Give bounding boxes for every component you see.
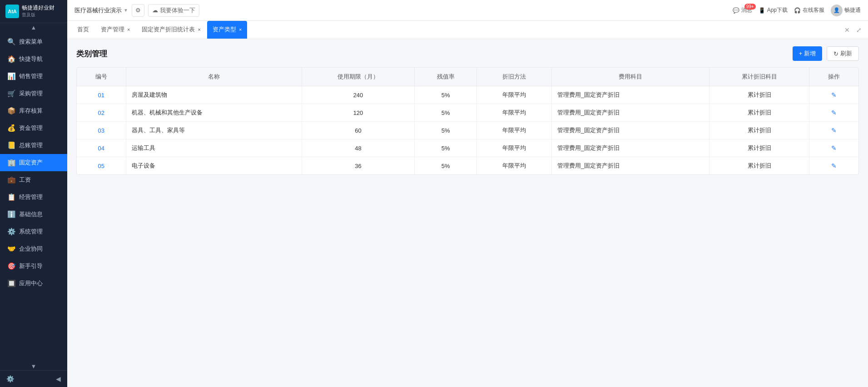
- col-name: 名称: [126, 68, 302, 86]
- sidebar-label-quicknav: 快捷导航: [19, 55, 43, 63]
- tab-home[interactable]: 首页: [72, 21, 94, 39]
- sidebar-label-system: 系统管理: [19, 228, 43, 236]
- sidebar: AtA 畅捷通好业财 普及版 ▲ 🔍 搜索菜单 🏠 快捷导航 📊 销售管理 🛒 …: [0, 0, 67, 387]
- cell-code-0: 01: [77, 86, 126, 104]
- main-area: 医疗器械行业演示 ▼ ⚙ ☁ 我要体验一下 💬 消息 99+ 📱 App下载 🎧…: [67, 0, 868, 387]
- cell-name-0: 房屋及建筑物: [126, 86, 302, 104]
- edit-icon-3[interactable]: ✎: [831, 144, 837, 152]
- app-download-action[interactable]: 📱 App下载: [759, 6, 788, 14]
- cell-name-2: 器具、工具、家具等: [126, 122, 302, 139]
- edit-icon-2[interactable]: ✎: [831, 127, 837, 134]
- cell-method-4: 年限平均: [477, 157, 552, 175]
- user-action[interactable]: 👤 畅捷通: [831, 5, 861, 16]
- sidebar-item-fixed[interactable]: 🏢 固定资产: [0, 154, 67, 171]
- support-action[interactable]: 🎧 在线客服: [794, 6, 824, 14]
- sidebar-item-ops[interactable]: 📋 经营管理: [0, 189, 67, 206]
- table-row: 01 房屋及建筑物 240 5% 年限平均 管理费用_固定资产折旧 累计折旧 ✎: [77, 86, 858, 104]
- cell-name-3: 运输工具: [126, 139, 302, 157]
- edit-icon-1[interactable]: ✎: [831, 109, 837, 116]
- message-icon: 💬: [733, 7, 739, 14]
- cell-residual-0: 5%: [415, 86, 477, 104]
- cell-action-3[interactable]: ✎: [809, 139, 858, 157]
- sidebar-item-inventory[interactable]: 📦 库存核算: [0, 102, 67, 119]
- close-window-icon[interactable]: ✕: [843, 25, 852, 35]
- sidebar-icon-payroll: 💼: [7, 176, 15, 184]
- sidebar-icon-collab: 🤝: [7, 245, 15, 253]
- tab-depreciation[interactable]: 固定资产折旧统计表 ×: [136, 21, 206, 39]
- cell-action-4[interactable]: ✎: [809, 157, 858, 175]
- settings-icon[interactable]: ⚙️: [6, 375, 14, 382]
- sidebar-label-sales: 销售管理: [19, 72, 43, 80]
- sidebar-item-collab[interactable]: 🤝 企业协同: [0, 240, 67, 258]
- cell-action-2[interactable]: ✎: [809, 122, 858, 139]
- cell-name-4: 电子设备: [126, 157, 302, 175]
- cell-name-1: 机器、机械和其他生产设备: [126, 104, 302, 122]
- sidebar-item-purchase[interactable]: 🛒 采购管理: [0, 85, 67, 102]
- sidebar-label-payroll: 工资: [19, 176, 31, 184]
- sidebar-icon-inventory: 📦: [7, 107, 15, 115]
- sidebar-icon-purchase: 🛒: [7, 89, 15, 98]
- cell-period-2: 60: [302, 122, 414, 139]
- cell-action-0[interactable]: ✎: [809, 86, 858, 104]
- table-row: 04 运输工具 48 5% 年限平均 管理费用_固定资产折旧 累计折旧 ✎: [77, 139, 858, 157]
- cell-code-1: 02: [77, 104, 126, 122]
- close-depreciation-icon[interactable]: ×: [198, 27, 200, 32]
- cell-residual-1: 5%: [415, 104, 477, 122]
- close-asset-mgmt-icon[interactable]: ×: [127, 27, 130, 32]
- sidebar-icon-sales: 📊: [7, 72, 15, 80]
- avatar: 👤: [831, 5, 843, 16]
- sidebar-item-ledger[interactable]: 📒 总账管理: [0, 137, 67, 154]
- cell-residual-2: 5%: [415, 122, 477, 139]
- logo-icon: AtA: [5, 5, 19, 18]
- edit-icon-4[interactable]: ✎: [831, 162, 837, 169]
- cell-accumulated-3: 累计折旧: [709, 139, 809, 157]
- tab-asset-type[interactable]: 资产类型 ×: [207, 21, 247, 39]
- sidebar-label-inventory: 库存核算: [19, 107, 43, 115]
- cell-code-3: 04: [77, 139, 126, 157]
- gear-button[interactable]: ⚙: [132, 4, 144, 17]
- close-asset-type-icon[interactable]: ×: [239, 27, 242, 32]
- sidebar-item-system[interactable]: ⚙️ 系统管理: [0, 223, 67, 240]
- sidebar-nav: 🔍 搜索菜单 🏠 快捷导航 📊 销售管理 🛒 采购管理 📦 库存核算 💰 资金管…: [0, 31, 67, 362]
- cell-expense-2: 管理费用_固定资产折旧: [551, 122, 709, 139]
- headset-icon: 🎧: [794, 7, 801, 14]
- scroll-down-arrow[interactable]: ▼: [0, 362, 67, 370]
- refresh-button[interactable]: ↻ 刷新: [827, 46, 859, 61]
- topbar: 医疗器械行业演示 ▼ ⚙ ☁ 我要体验一下 💬 消息 99+ 📱 App下载 🎧…: [67, 0, 868, 21]
- sidebar-item-guide[interactable]: 🎯 新手引导: [0, 258, 67, 275]
- cell-expense-1: 管理费用_固定资产折旧: [551, 104, 709, 122]
- logo-version: 普及版: [22, 12, 55, 18]
- sidebar-icon-basic: ℹ️: [7, 210, 15, 218]
- sidebar-item-quicknav[interactable]: 🏠 快捷导航: [0, 50, 67, 68]
- sidebar-item-payroll[interactable]: 💼 工资: [0, 171, 67, 189]
- sidebar-label-fixed: 固定资产: [19, 159, 43, 167]
- table-row: 05 电子设备 36 5% 年限平均 管理费用_固定资产折旧 累计折旧 ✎: [77, 157, 858, 175]
- scroll-up-arrow[interactable]: ▲: [0, 23, 67, 31]
- cell-residual-4: 5%: [415, 157, 477, 175]
- page-header: 类别管理 + 新增 ↻ 刷新: [76, 46, 859, 61]
- cell-accumulated-0: 累计折旧: [709, 86, 809, 104]
- industry-selector[interactable]: 医疗器械行业演示 ▼: [74, 6, 128, 15]
- sidebar-item-basic[interactable]: ℹ️ 基础信息: [0, 206, 67, 223]
- message-action[interactable]: 💬 消息 99+: [733, 6, 752, 14]
- cell-period-0: 240: [302, 86, 414, 104]
- col-expense: 费用科目: [551, 68, 709, 86]
- sidebar-item-finance[interactable]: 💰 资金管理: [0, 119, 67, 137]
- experience-button[interactable]: ☁ 我要体验一下: [148, 4, 199, 17]
- expand-window-icon[interactable]: ⤢: [854, 25, 863, 35]
- cell-action-1[interactable]: ✎: [809, 104, 858, 122]
- sidebar-icon-guide: 🎯: [7, 262, 15, 270]
- sidebar-item-sales[interactable]: 📊 销售管理: [0, 68, 67, 85]
- edit-icon-0[interactable]: ✎: [831, 91, 837, 99]
- table-header-row: 编号 名称 使用期限（月） 残值率 折旧方法 费用科目 累计折旧科目 操作: [77, 68, 858, 86]
- collapse-icon[interactable]: ◀: [56, 375, 61, 382]
- new-button[interactable]: + 新增: [793, 46, 822, 61]
- cell-code-2: 03: [77, 122, 126, 139]
- logo-text: 畅捷通好业财: [22, 5, 55, 12]
- sidebar-item-search[interactable]: 🔍 搜索菜单: [0, 33, 67, 50]
- cell-method-0: 年限平均: [477, 86, 552, 104]
- sidebar-label-purchase: 采购管理: [19, 89, 43, 98]
- tab-asset-mgmt[interactable]: 资产管理 ×: [95, 21, 135, 39]
- sidebar-item-apps[interactable]: 🔲 应用中心: [0, 275, 67, 292]
- page-title: 类别管理: [76, 49, 107, 59]
